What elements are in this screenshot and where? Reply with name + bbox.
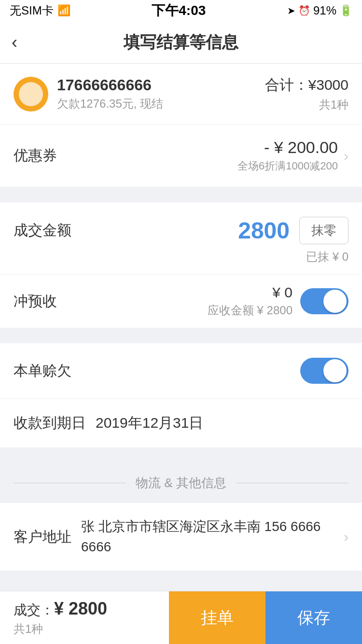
bottom-deal-label: 成交： <box>14 602 54 617</box>
alarm-icon: ⏰ <box>298 5 310 16</box>
hang-button[interactable]: 挂单 <box>169 591 265 644</box>
nav-bar: ‹ 填写结算等信息 <box>0 21 362 64</box>
chevron-right-icon: › <box>344 148 348 164</box>
address-card: 客户地址 张 北京市市辖区海淀区永丰南 156 6666 6666 › <box>0 503 362 571</box>
customer-card: 17666666666 欠款1276.35元, 现结 合计：¥3000 共1种 … <box>0 64 362 187</box>
battery-icon: 🔋 <box>339 4 352 17</box>
coupon-row[interactable]: 优惠券 - ¥ 200.00 全场6折满1000减200 › <box>0 124 362 187</box>
bottom-count: 共1种 <box>14 621 155 637</box>
customer-sub-text: 欠款1276.35元, 现结 <box>57 96 163 112</box>
address-row[interactable]: 客户地址 张 北京市市辖区海淀区永丰南 156 6666 6666 › <box>0 503 362 571</box>
back-button[interactable]: ‹ <box>12 32 17 53</box>
deal-label: 成交金额 <box>14 221 71 240</box>
separator-2 <box>0 336 362 343</box>
battery-label: 91% <box>313 4 336 17</box>
deal-card: 成交金额 2800 抹零 已抹 ¥ 0 冲预收 ¥ 0 应收金额 ¥ 2800 <box>0 202 362 328</box>
bottom-bar: 成交：¥ 2800 共1种 挂单 保存 <box>0 591 362 644</box>
total-label: 合计： <box>265 77 308 93</box>
main-content: 17666666666 欠款1276.35元, 现结 合计：¥3000 共1种 … <box>0 64 362 644</box>
avatar-icon <box>19 82 43 106</box>
customer-left: 17666666666 欠款1276.35元, 现结 <box>14 76 163 112</box>
logistics-header: 物流 & 其他信息 <box>0 463 362 503</box>
toggle-knob <box>323 290 347 313</box>
chong-amount: ¥ 0 <box>208 284 292 301</box>
separator-1 <box>0 195 362 202</box>
coupon-right-block: - ¥ 200.00 全场6折满1000减200 <box>237 138 338 173</box>
wifi-icon: 📶 <box>57 4 70 17</box>
deal-amount: 2800 <box>238 217 290 244</box>
round-zero-button[interactable]: 抹零 <box>299 217 348 244</box>
customer-row: 17666666666 欠款1276.35元, 现结 合计：¥3000 共1种 <box>0 64 362 124</box>
bendan-toggle-knob <box>323 359 347 382</box>
address-label: 客户地址 <box>14 527 71 547</box>
shoukuan-row: 收款到期日 2019年12月31日 <box>0 398 362 448</box>
status-bar: 无SIM卡 📶 下午4:03 ➤ ⏰ 91% 🔋 <box>0 0 362 21</box>
chong-sub-text: 应收金额 ¥ 2800 <box>208 303 292 318</box>
bendan-row: 本单赊欠 <box>0 343 362 398</box>
avatar <box>14 77 48 112</box>
chong-amount-block: ¥ 0 应收金额 ¥ 2800 <box>208 284 292 318</box>
status-left: 无SIM卡 📶 <box>10 3 70 18</box>
chong-right: ¥ 0 应收金额 ¥ 2800 <box>208 284 348 318</box>
coupon-desc: 全场6折满1000减200 <box>237 159 338 173</box>
page-title: 填写结算等信息 <box>124 31 238 54</box>
coupon-label: 优惠券 <box>14 146 57 166</box>
status-time: 下午4:03 <box>152 1 206 20</box>
chong-row: 冲预收 ¥ 0 应收金额 ¥ 2800 <box>0 274 362 328</box>
customer-phone: 17666666666 <box>57 76 163 94</box>
address-chevron-icon: › <box>344 529 348 545</box>
total-amount: ¥3000 <box>308 77 348 93</box>
location-icon: ➤ <box>287 5 295 16</box>
separator-3 <box>0 455 362 463</box>
logistics-line-right <box>236 483 348 483</box>
logistics-title: 物流 & 其他信息 <box>136 475 226 491</box>
deal-sub-text: 已抹 ¥ 0 <box>0 249 362 274</box>
shoukuan-value: 2019年12月31日 <box>96 413 203 433</box>
deal-row: 成交金额 2800 抹零 <box>0 202 362 249</box>
bendan-label: 本单赊欠 <box>14 361 71 381</box>
customer-count: 共1种 <box>265 97 348 112</box>
bendan-card: 本单赊欠 收款到期日 2019年12月31日 <box>0 343 362 448</box>
carrier-label: 无SIM卡 <box>10 3 54 18</box>
bottom-summary: 成交：¥ 2800 共1种 <box>0 599 169 637</box>
logistics-line-left <box>14 483 126 483</box>
save-button[interactable]: 保存 <box>265 591 362 644</box>
coupon-right: - ¥ 200.00 全场6折满1000减200 › <box>237 138 348 173</box>
shoukuan-label: 收款到期日 <box>14 413 86 433</box>
coupon-amount: - ¥ 200.00 <box>237 138 338 157</box>
bendan-toggle[interactable] <box>300 358 348 384</box>
chong-toggle[interactable] <box>300 288 348 314</box>
bottom-deal-amount: ¥ 2800 <box>54 599 107 618</box>
logistics-section: 物流 & 其他信息 <box>0 463 362 503</box>
customer-total: 合计：¥3000 <box>265 75 348 95</box>
status-right: ➤ ⏰ 91% 🔋 <box>287 4 352 17</box>
address-value: 张 北京市市辖区海淀区永丰南 156 6666 6666 <box>81 517 344 557</box>
customer-info: 17666666666 欠款1276.35元, 现结 <box>57 76 163 112</box>
bottom-deal-row: 成交：¥ 2800 <box>14 599 155 619</box>
deal-right: 2800 抹零 <box>238 217 348 244</box>
customer-right: 合计：¥3000 共1种 <box>265 75 348 112</box>
chong-label: 冲预收 <box>14 292 57 311</box>
